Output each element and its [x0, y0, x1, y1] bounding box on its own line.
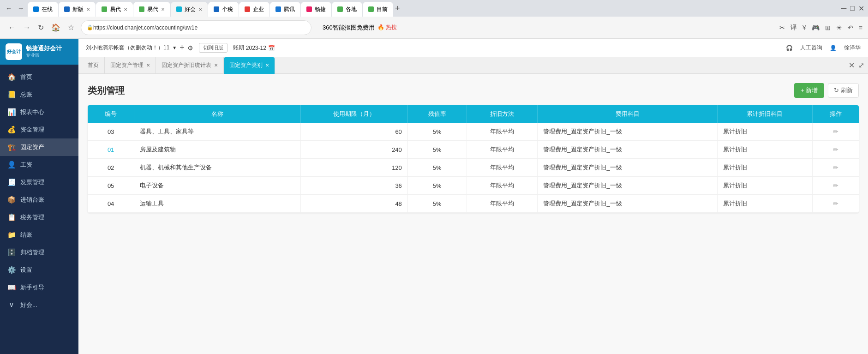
- cell-expense-4: 管理费用_固定资产折旧_一级: [538, 195, 718, 213]
- browser-tab-1[interactable]: 新版 ✕: [59, 2, 96, 17]
- nav-controls: ← → ↻ 🏠 ☆: [6, 21, 77, 34]
- fixed-assets-icon: 🏗️: [7, 143, 16, 151]
- sidebar-item-archive[interactable]: 🗄️ 归档管理: [0, 244, 78, 261]
- minimize-icon[interactable]: ─: [841, 4, 846, 13]
- browser-tab-6[interactable]: 企业: [239, 2, 269, 17]
- browser-tab-3[interactable]: 易代 ✕: [133, 2, 170, 17]
- browser-tab-0[interactable]: 在线: [28, 2, 58, 17]
- sidebar-label-guide: 新手引导: [20, 283, 44, 292]
- sidebar-item-finance[interactable]: 💰 资金管理: [0, 121, 78, 138]
- browser-tab-5[interactable]: 个税: [208, 2, 239, 17]
- maximize-icon[interactable]: □: [850, 4, 855, 13]
- sidebar-label-reports: 报表中心: [20, 108, 44, 116]
- tab-favicon-2: [102, 6, 107, 12]
- sidebar-item-closing[interactable]: 📁 结账: [0, 226, 78, 244]
- close-icon[interactable]: ✕: [858, 4, 864, 13]
- action-buttons: + 新增 ↻ 刷新: [794, 83, 859, 98]
- close-current-tab-button[interactable]: ✕: [849, 61, 855, 70]
- col-header-method: 折旧方法: [467, 105, 538, 123]
- browser-tab-10[interactable]: 目前: [363, 2, 393, 17]
- calendar-icon[interactable]: 📅: [268, 45, 275, 51]
- back-button[interactable]: ←: [6, 22, 18, 34]
- tab-close-2[interactable]: ✕: [124, 7, 127, 12]
- sidebar-item-home[interactable]: 🏠 首页: [0, 68, 78, 86]
- sidebar-item-ledger[interactable]: 📒 总账: [0, 86, 78, 103]
- settings-account-button[interactable]: ⚙: [187, 44, 193, 52]
- browser-chrome: ← → 在线 新版 ✕ 易代 ✕ 易代 ✕ 好会 ✕ 个税: [0, 0, 868, 17]
- add-button[interactable]: + 新增: [794, 83, 824, 98]
- tab-favicon-10: [368, 6, 374, 12]
- page-tab-close-1[interactable]: ✕: [146, 63, 150, 68]
- sidebar-item-tax[interactable]: 📋 税务管理: [0, 209, 78, 226]
- guide-icon: 📖: [7, 283, 16, 292]
- sidebar-label-invoice: 发票管理: [20, 178, 44, 186]
- cut-icon[interactable]: ✂: [779, 24, 785, 31]
- main-content: 刘小艳演示帐套（勿删勿动！）11 ▼ + ⚙ 切到旧版 账期 2023-12 📅…: [78, 39, 868, 354]
- sidebar-item-invoice[interactable]: 🧾 发票管理: [0, 174, 78, 191]
- switch-version-button[interactable]: 切到旧版: [199, 43, 227, 53]
- page-tab-fixed-assets-mgmt[interactable]: 固定资产管理 ✕: [105, 57, 156, 74]
- cell-method-1: 年限平均: [467, 141, 538, 159]
- browser-nav-back[interactable]: ←: [4, 3, 14, 14]
- page-tab-category[interactable]: 固定资产类别 ✕: [224, 57, 275, 74]
- brightness-icon[interactable]: ☀: [836, 24, 842, 31]
- edit-button-2[interactable]: ✏: [833, 164, 838, 171]
- game-icon[interactable]: 🎮: [812, 24, 820, 31]
- cell-period-1: 240: [301, 141, 407, 159]
- page-tab-depreciation[interactable]: 固定资产折旧统计表 ✕: [156, 57, 224, 74]
- edit-button-4[interactable]: ✏: [833, 200, 838, 207]
- sidebar-label-finance: 资金管理: [20, 126, 44, 134]
- expand-tab-button[interactable]: ⤢: [858, 61, 864, 70]
- cell-name-3: 电子设备: [134, 177, 301, 195]
- browser-tab-9[interactable]: 各地: [332, 2, 362, 17]
- sidebar-item-settings[interactable]: ⚙️ 设置: [0, 261, 78, 279]
- refresh-button[interactable]: ↻: [35, 21, 47, 34]
- sidebar-item-payroll[interactable]: 👤 工资: [0, 156, 78, 174]
- dropdown-chevron-icon[interactable]: ▼: [172, 45, 177, 50]
- edit-button-0[interactable]: ✏: [833, 128, 838, 135]
- forward-button[interactable]: →: [20, 22, 33, 34]
- tab-close-3[interactable]: ✕: [161, 7, 165, 12]
- browser-nav-forward[interactable]: →: [16, 3, 26, 14]
- cell-id-link-1[interactable]: 01: [108, 146, 114, 153]
- sidebar-item-inventory[interactable]: 📦 进销台账: [0, 191, 78, 209]
- home-icon: 🏠: [7, 73, 16, 81]
- edit-button-1[interactable]: ✏: [833, 146, 838, 153]
- edit-button-3[interactable]: ✏: [833, 182, 838, 189]
- browser-tab-7[interactable]: 腾讯: [270, 2, 300, 17]
- finance-icon: 💰: [7, 126, 16, 134]
- page-tab-fixed-assets-mgmt-label: 固定资产管理: [110, 61, 144, 69]
- page-tab-close-2[interactable]: ✕: [214, 63, 218, 68]
- customer-service-label[interactable]: 人工咨询: [800, 44, 822, 52]
- add-account-button[interactable]: +: [180, 43, 185, 53]
- cell-method-3: 年限平均: [467, 177, 538, 195]
- cell-residual-3: 5%: [407, 177, 467, 195]
- home-button[interactable]: 🏠: [48, 21, 63, 34]
- browser-tab-8[interactable]: 畅捷: [301, 2, 331, 17]
- menu-icon[interactable]: ≡: [859, 24, 862, 31]
- new-tab-button[interactable]: +: [395, 4, 400, 12]
- cell-residual-4: 5%: [407, 195, 467, 213]
- translate-icon[interactable]: 译: [790, 24, 797, 32]
- sidebar-item-reports[interactable]: 📊 报表中心: [0, 103, 78, 121]
- browser-tab-2[interactable]: 易代 ✕: [96, 2, 133, 17]
- bookmark-button[interactable]: ☆: [65, 21, 77, 34]
- sidebar-item-guide[interactable]: 📖 新手引导: [0, 279, 78, 296]
- user-info: 刘小艳演示帐套（勿删勿动！）11 ▼ + ⚙: [86, 43, 193, 53]
- url-bar[interactable]: 🔒 https://cloud.chanjet.com/accounting/u…: [81, 20, 311, 35]
- tab-label-10: 目前: [377, 6, 388, 13]
- tab-close-4[interactable]: ✕: [198, 7, 202, 12]
- refresh-data-button[interactable]: ↻ 刷新: [828, 83, 859, 98]
- tab-close-1[interactable]: ✕: [86, 7, 90, 12]
- cell-accumulated-1: 累计折旧: [718, 141, 813, 159]
- page-title-row: 类别管理 + 新增 ↻ 刷新: [88, 83, 859, 98]
- undo-icon[interactable]: ↶: [848, 24, 853, 31]
- currency-icon[interactable]: ¥: [802, 24, 806, 31]
- sidebar-item-fixed-assets[interactable]: 🏗️ 固定资产: [0, 138, 78, 156]
- grid-icon[interactable]: ⊞: [825, 24, 831, 31]
- page-tab-close-3[interactable]: ✕: [265, 63, 269, 68]
- inventory-icon: 📦: [7, 196, 16, 204]
- browser-tab-4[interactable]: 好会 ✕: [171, 2, 208, 17]
- sidebar-item-more[interactable]: V 好会...: [0, 296, 78, 314]
- page-tab-home[interactable]: 首页: [82, 57, 105, 74]
